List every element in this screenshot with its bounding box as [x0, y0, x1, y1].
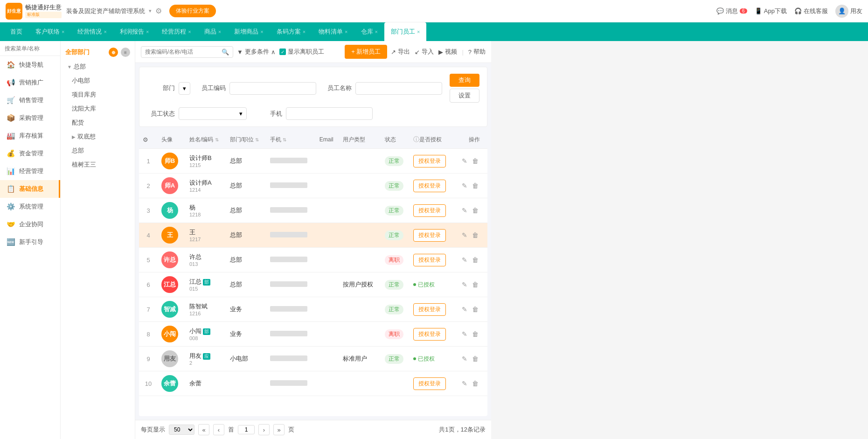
query-button[interactable]: 查询 — [450, 74, 479, 87]
edit-icon[interactable]: ✎ — [462, 256, 467, 264]
edit-icon[interactable]: ✎ — [462, 207, 467, 214]
export-btn[interactable]: ↗ 导出 — [391, 48, 410, 56]
dept-item-projectroom[interactable]: 项目库房 — [61, 88, 135, 102]
add-employee-button[interactable]: + 新增员工 — [345, 45, 387, 59]
sidebar-item-purchase[interactable]: 📦 采购管理 — [0, 109, 60, 127]
tab-bom[interactable]: 物料清单 × — [312, 22, 354, 41]
sidebar-item-sales[interactable]: 🛒 销售管理 — [0, 91, 60, 109]
tab-operation[interactable]: 经营情况 × — [71, 22, 113, 41]
title-dropdown-icon[interactable]: ▾ — [149, 8, 152, 14]
tab-goods[interactable]: 商品 × — [198, 22, 228, 41]
dept-item-peihuo[interactable]: 配货 — [61, 116, 135, 130]
close-icon[interactable]: × — [417, 29, 420, 35]
delete-icon[interactable]: 🗑 — [472, 207, 479, 214]
dept-item-shuangdixiang[interactable]: ▶ 双底想 — [61, 130, 135, 144]
edit-icon[interactable]: ✎ — [462, 306, 467, 313]
th-phone[interactable]: 手机 ⇅ — [266, 131, 316, 149]
edit-icon[interactable]: ✎ — [462, 380, 467, 387]
settings-icon[interactable]: ⚙ — [155, 7, 162, 15]
search-icon[interactable]: 🔍 — [222, 49, 229, 56]
th-name-code[interactable]: 姓名/编码 ⇅ — [186, 131, 226, 149]
all-dept-label[interactable]: 全部部门 — [65, 48, 90, 56]
prev-page-btn[interactable]: ‹ — [213, 424, 224, 435]
auth-login-btn[interactable]: 授权登录 — [413, 377, 446, 390]
close-icon[interactable]: × — [188, 29, 191, 35]
tab-add-goods[interactable]: 新增商品 × — [228, 22, 270, 41]
sidebar-item-inventory[interactable]: 🏭 库存核算 — [0, 127, 60, 145]
th-dept-pos[interactable]: 部门/职位 ⇅ — [226, 131, 267, 149]
page-size-select[interactable]: 50 10 20 100 — [169, 425, 194, 435]
delete-icon[interactable]: 🗑 — [472, 355, 479, 362]
auth-login-btn[interactable]: 授权登录 — [413, 328, 446, 341]
sidebar-search-input[interactable] — [5, 45, 61, 52]
sidebar-item-basic[interactable]: 📋 基础信息 — [0, 180, 60, 198]
tab-employees[interactable]: 部门员工 × — [384, 22, 426, 41]
user-item[interactable]: 👤 用友 — [835, 5, 862, 18]
edit-icon[interactable]: ✎ — [462, 182, 467, 189]
dept-item-xiaodian[interactable]: 小电部 — [61, 74, 135, 88]
sort-icon-phone[interactable]: ⇅ — [283, 137, 286, 142]
trial-button[interactable]: 体验行业方案 — [169, 5, 216, 17]
tab-warehouse[interactable]: 仓库 × — [354, 22, 384, 41]
dept-item-head2[interactable]: 总部 — [61, 144, 135, 158]
edit-icon[interactable]: ✎ — [462, 231, 467, 239]
sidebar-item-guide[interactable]: 🆕 新手引导 — [0, 233, 60, 251]
sidebar-item-finance[interactable]: 💰 资金管理 — [0, 145, 60, 162]
sidebar-item-system[interactable]: ⚙️ 系统管理 — [0, 198, 60, 216]
delete-icon[interactable]: 🗑 — [472, 380, 479, 387]
app-download-item[interactable]: 📱 App下载 — [755, 7, 787, 15]
tab-customer[interactable]: 客户联络 × — [29, 22, 71, 41]
emp-name-input[interactable] — [355, 82, 442, 95]
close-icon[interactable]: × — [104, 29, 106, 35]
close-icon[interactable]: × — [260, 29, 263, 35]
sidebar-item-shortcut[interactable]: 🏠 快捷导航 — [0, 56, 60, 74]
delete-icon[interactable]: 🗑 — [472, 281, 479, 288]
sidebar-item-marketing[interactable]: 📢 营销推广 — [0, 74, 60, 91]
sidebar-item-operation[interactable]: 📊 经营管理 — [0, 162, 60, 180]
import-btn[interactable]: ↙ 导入 — [415, 48, 434, 56]
auth-login-btn[interactable]: 授权登录 — [413, 303, 446, 316]
more-filter-btn[interactable]: ▼ 更多条件 ∧ — [237, 48, 276, 56]
emp-code-input[interactable] — [229, 82, 316, 95]
sidebar-item-enterprise[interactable]: 🤝 企业协同 — [0, 216, 60, 233]
dept-filter-select[interactable]: ▾ — [179, 82, 190, 95]
delete-icon[interactable]: 🗑 — [472, 330, 479, 338]
th-gear[interactable]: ⚙ — [139, 131, 158, 149]
dept-add-icon[interactable]: ⊕ — [109, 48, 118, 57]
close-icon[interactable]: × — [303, 29, 306, 35]
last-page-btn[interactable]: » — [273, 424, 285, 435]
close-icon[interactable]: × — [345, 29, 347, 35]
edit-icon[interactable]: ✎ — [462, 281, 467, 288]
sort-icon[interactable]: ⇅ — [215, 137, 219, 142]
page-number-input[interactable] — [238, 425, 255, 434]
gear-settings-icon[interactable]: ⚙ — [143, 136, 148, 143]
tab-barcode[interactable]: 条码方案 × — [270, 22, 312, 41]
dept-item-shenyang[interactable]: 沈阳大库 — [61, 102, 135, 116]
auth-login-btn[interactable]: 授权登录 — [413, 155, 446, 167]
first-page-btn[interactable]: « — [198, 424, 209, 435]
emp-status-select[interactable]: ▾ — [179, 107, 247, 120]
close-icon[interactable]: × — [146, 29, 149, 35]
edit-icon[interactable]: ✎ — [462, 157, 467, 165]
phone-input[interactable] — [286, 107, 373, 120]
online-service-item[interactable]: 🎧 在线客服 — [794, 7, 828, 15]
search-input[interactable] — [145, 49, 220, 55]
resigned-checkbox[interactable]: ✓ — [279, 49, 286, 55]
delete-icon[interactable]: 🗑 — [472, 182, 479, 189]
next-page-btn[interactable]: › — [258, 424, 270, 435]
auth-login-btn[interactable]: 授权登录 — [413, 204, 446, 217]
sort-icon-dept[interactable]: ⇅ — [255, 137, 259, 142]
dept-item-head[interactable]: ▼ 总部 — [61, 60, 135, 74]
delete-icon[interactable]: 🗑 — [472, 306, 479, 313]
edit-icon[interactable]: ✎ — [462, 330, 467, 338]
auth-login-btn[interactable]: 授权登录 — [413, 254, 446, 266]
delete-icon[interactable]: 🗑 — [472, 256, 479, 264]
close-icon[interactable]: × — [62, 29, 64, 35]
auth-login-btn[interactable]: 授权登录 — [413, 180, 446, 192]
delete-icon[interactable]: 🗑 — [472, 231, 479, 239]
close-icon[interactable]: × — [375, 29, 378, 35]
delete-icon[interactable]: 🗑 — [472, 157, 479, 165]
reset-button[interactable]: 设置 — [450, 89, 479, 103]
close-icon[interactable]: × — [218, 29, 221, 35]
message-item[interactable]: 💬 消息 6 — [716, 7, 747, 15]
